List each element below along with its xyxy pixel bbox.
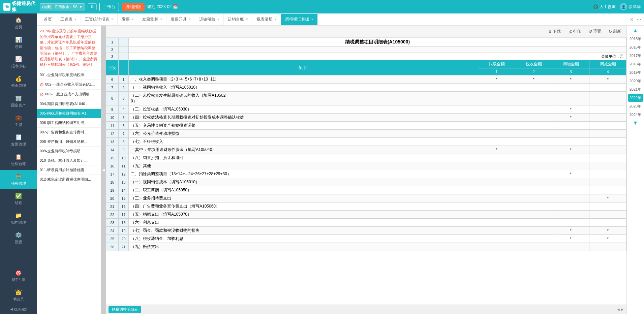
tab-close-invoice-calc[interactable]: × [160,18,162,21]
year-nav-down[interactable]: ▼ [632,119,639,127]
tab-close-invoice-issue[interactable]: × [189,18,191,21]
print-icon: 🖨 [568,29,572,34]
print-button[interactable]: 🖨 打印 [566,28,583,35]
tab-invoice-calc[interactable]: 发票测算× [138,14,167,25]
year-2016[interactable]: 2016年 [628,43,643,51]
sidebar-item-member[interactable]: 👑 畅会员 [0,286,37,305]
tab-payroll[interactable]: 工资表× [56,14,81,25]
tab-purchase-ledger[interactable]: 进销台账× [224,14,252,25]
sidebar-item-reports[interactable]: 📈 报表中心 [0,53,37,72]
file-item-006[interactable]: 006-职工薪酬纳税调整明细... [37,118,101,128]
scroll-dots: ⋮ [612,308,616,311]
user-name: 徐泽华 [628,4,641,10]
file-item-001[interactable]: 001-企业所得税年度纳税申... [37,70,101,80]
refresh-icon: ↻ [609,29,612,34]
tab-invoice-issue[interactable]: 发票开具× [166,14,195,25]
sidebar-item-close[interactable]: ✅ 结账 [0,189,37,209]
sidebar-label-invoice: 发票管理 [11,142,26,147]
user-area[interactable]: 👤 徐泽华 [620,3,641,10]
bottom-tab-item[interactable]: 纳税调整明细表 [109,306,141,313]
year-2022[interactable]: 2022年 [628,94,643,102]
refresh-button[interactable]: ↻ 刷新 [607,28,623,35]
year-2015[interactable]: 2015年 [628,35,643,43]
tab-close-all[interactable]: ✕ [630,17,634,22]
copy-button[interactable]: ⧉ [88,3,97,10]
sidebar-label-tax: 税务管理 [11,181,26,186]
sidebar-item-tax[interactable]: 🧮 税务管理 [0,170,37,189]
file-item-007[interactable]: 007-广告费和业务宣传费时... [37,128,101,137]
col-sub-2: 2 [515,68,552,75]
tab-income-tax[interactable]: 所得税汇算缴× [281,14,318,25]
tab-more[interactable]: ⋯ [637,17,641,22]
file-item-005[interactable]: 005-纳税调整项目明细表(A1... [37,109,101,118]
file-item-004[interactable]: 004-期间费用明细表(A1040... [37,99,101,109]
tab-home[interactable]: 首页 [40,14,56,25]
tab-close-purchase-check[interactable]: × [217,18,219,21]
sidebar-item-guide[interactable]: 🎯 新手引导 [0,266,37,286]
sidebar-label-ledger: 总账 [15,44,22,49]
reset-icon: ↺ [589,29,592,34]
sidebar-item-ledger[interactable]: 📊 总账 [0,33,37,53]
tab-invoice[interactable]: 发票× [118,14,138,25]
table-container[interactable]: 1 纳税调整项目明细表(A105000) 2 [106,38,626,305]
table-header-row: 行次 项 目 账载全额 税收全额 调增全额 调减全额 [106,60,626,68]
bottom-scroll: ⋮ ◀ ▶ [612,308,624,311]
reset-button[interactable]: ↺ 重置 [587,28,603,35]
sidebar-item-archive[interactable]: 📁 归档管理 [0,209,37,228]
file-item-003[interactable]: ⊘ 003-一般企业成本支出明细... [37,90,101,99]
year-2020[interactable]: 2020年 [628,77,643,85]
table-row: 8 3 （二）未按权责发生制原则确认的收入（填写A105020） [106,92,626,105]
tab-close-tax-table[interactable]: × [275,18,277,21]
old-version-button[interactable]: 切到旧版 [122,3,145,11]
file-item-010[interactable]: 010-免税、减计收入及加计... [37,156,101,165]
sidebar-item-payroll[interactable]: 💼 工资 [0,111,37,131]
table-row: 17 12 二、扣除类调整项目（13+14+...24+26+27+28+29+… [106,170,626,178]
calendar-icon[interactable]: 📅 [173,4,178,9]
table-row: 11 6 （五）交易性金融资产初始投资调整 [106,122,626,130]
sidebar-label-finance: 资金管理 [11,83,26,88]
table-row: 18 13 （一）视同销售成本（填写A105010） [106,178,626,186]
table-row: 25 20 （八）税收滞纳金、加收利息 * * [106,235,626,243]
sidebar-label-settings: 设置 [15,240,22,245]
file-item-009[interactable]: 009-企业所得税补亏损明... [37,147,101,156]
download-button[interactable]: ⬇ 下载 [546,28,563,35]
purchase-icon: 📋 [15,154,22,160]
workbench-button[interactable]: 工作台 [99,3,119,11]
collapse-button[interactable]: ◀ [101,26,106,314]
file-item-008[interactable]: 008-资产折旧、摊销及纳税... [37,137,101,147]
tab-tax-table[interactable]: 税表清册× [252,14,281,25]
tab-close-payroll[interactable]: × [74,18,76,21]
year-2023[interactable]: 2023年 [628,102,643,110]
year-2021[interactable]: 2021年 [628,86,643,93]
tab-close-payroll-stats[interactable]: × [111,18,113,21]
year-2018[interactable]: 2018年 [628,60,643,68]
sidebar-item-settings[interactable]: ⚙️ 设置 [0,228,37,248]
tab-payroll-stats[interactable]: 工资统计报表× [81,14,118,25]
year-panel: ▲ 2015年 2016年 2017年 2018年 2019年 2020年 20… [626,26,644,314]
table-row: 6 1 一、收入类调整项目（2+3+4+5+6+7+8+10+11） * * *… [106,75,626,84]
sidebar-item-home[interactable]: 🏠 首页 [0,13,37,33]
sidebar-item-assets[interactable]: 🏢 固定资产 [0,92,37,111]
scroll-right[interactable]: ▶ [621,308,624,311]
year-2017[interactable]: 2017年 [628,52,643,60]
file-item-012[interactable]: 012-减免企业所得税优惠明细... [37,175,101,184]
company-select[interactable]: (勿删）江西股金-LSS ▼ [40,3,85,10]
scroll-left[interactable]: ◀ [617,308,620,311]
year-2024[interactable]: 2024年 [628,111,643,119]
tab-close-income-tax[interactable]: × [311,18,313,21]
year-nav-up[interactable]: ▲ [632,27,639,34]
year-2019[interactable]: 2019年 [628,69,643,76]
tab-close-invoice[interactable]: × [132,18,134,21]
finance-icon: 💰 [15,75,22,82]
file-item-011[interactable]: 011-研发费用加计扣除优惠... [37,165,101,175]
sidebar-item-purchase[interactable]: 📋 进销台账 [0,150,37,170]
file-item-002[interactable]: ⊘ 002-一般企业收入明细表(A1... [37,80,101,90]
sidebar-item-invoice[interactable]: 🧾 发票管理 [0,131,37,150]
consult-label: 人工咨询 [600,4,616,10]
left-panel: 2019年度涉及取以前年度继续数据的申报表单元格需要手工维护正确，才能保证本年及… [37,26,101,314]
tab-purchase-check[interactable]: 进销稽核× [195,14,224,25]
consult-area[interactable]: 🎧 人工咨询 [593,4,616,10]
unpin-bar[interactable]: ◀ 取消固定 [0,305,37,314]
sidebar-item-finance[interactable]: 💰 资金管理 [0,72,37,92]
tab-close-purchase-ledger[interactable]: × [246,18,248,21]
